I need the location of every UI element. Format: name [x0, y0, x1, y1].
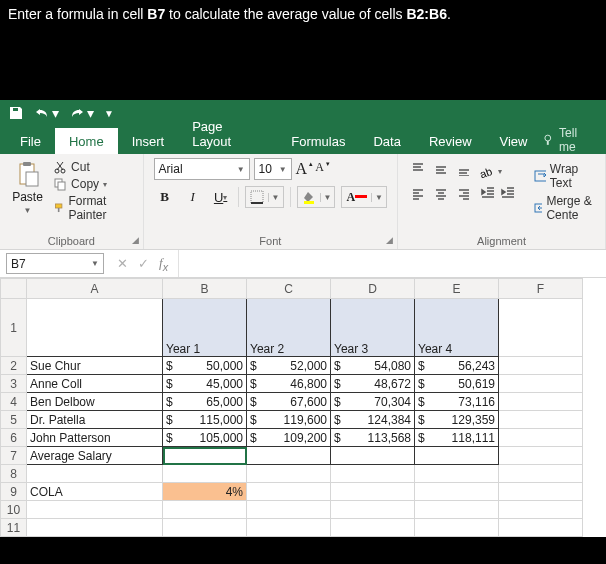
cell[interactable] [499, 299, 583, 357]
cell[interactable] [331, 501, 415, 519]
cell[interactable]: COLA [27, 483, 163, 501]
row-header[interactable]: 2 [1, 357, 27, 375]
row-header[interactable]: 9 [1, 483, 27, 501]
decrease-indent-button[interactable] [480, 185, 496, 199]
cell[interactable] [415, 483, 499, 501]
name-box[interactable]: B7▼ [6, 253, 104, 274]
cell[interactable] [499, 483, 583, 501]
shrink-font-button[interactable]: A [315, 160, 324, 178]
bold-button[interactable]: B [154, 186, 176, 208]
cell[interactable] [499, 447, 583, 465]
borders-button[interactable]: ▼ [245, 186, 284, 208]
col-header-c[interactable]: C [247, 279, 331, 299]
cell[interactable] [27, 519, 163, 537]
tab-data[interactable]: Data [359, 128, 414, 154]
enter-formula-icon[interactable]: ✓ [138, 256, 149, 271]
cell[interactable]: $48,672 [331, 375, 415, 393]
cell[interactable]: $54,080 [331, 357, 415, 375]
row-header[interactable]: 8 [1, 465, 27, 483]
col-header-d[interactable]: D [331, 279, 415, 299]
cell[interactable] [331, 465, 415, 483]
cell[interactable]: $65,000 [163, 393, 247, 411]
cell[interactable] [247, 447, 331, 465]
font-size-select[interactable]: 10▼ [254, 158, 292, 180]
cell[interactable] [247, 519, 331, 537]
cell[interactable]: Anne Coll [27, 375, 163, 393]
col-header-b[interactable]: B [163, 279, 247, 299]
row-header[interactable]: 7 [1, 447, 27, 465]
align-center-button[interactable] [431, 183, 451, 205]
cell[interactable]: Year 2 [247, 299, 331, 357]
grow-font-button[interactable]: A [296, 160, 308, 178]
align-middle-button[interactable] [431, 158, 451, 180]
cell[interactable]: 4% [163, 483, 247, 501]
cell[interactable]: $70,304 [331, 393, 415, 411]
cell[interactable] [27, 299, 163, 357]
cell[interactable]: Sue Chur [27, 357, 163, 375]
cell[interactable]: $118,111 [415, 429, 499, 447]
wrap-text-button[interactable]: Wrap Text [534, 162, 595, 190]
row-header[interactable]: 6 [1, 429, 27, 447]
cell[interactable]: $45,000 [163, 375, 247, 393]
cut-button[interactable]: Cut [53, 160, 133, 174]
italic-button[interactable]: I [182, 186, 204, 208]
tab-formulas[interactable]: Formulas [277, 128, 359, 154]
format-painter-button[interactable]: Format Painter [53, 194, 133, 222]
cell[interactable]: $124,384 [331, 411, 415, 429]
cell[interactable]: $50,619 [415, 375, 499, 393]
tab-insert[interactable]: Insert [118, 128, 179, 154]
tab-home[interactable]: Home [55, 128, 118, 154]
cell[interactable] [415, 501, 499, 519]
cell[interactable] [499, 519, 583, 537]
qat-customize[interactable]: ▼ [104, 108, 114, 119]
paste-button[interactable]: Paste ▼ [10, 158, 45, 217]
tab-file[interactable]: File [6, 128, 55, 154]
merge-center-button[interactable]: Merge & Cente [534, 194, 595, 222]
cell[interactable] [247, 483, 331, 501]
cell[interactable]: $105,000 [163, 429, 247, 447]
col-header-a[interactable]: A [27, 279, 163, 299]
cell[interactable] [163, 519, 247, 537]
col-header-f[interactable]: F [499, 279, 583, 299]
cell[interactable]: Average Salary [27, 447, 163, 465]
save-button[interactable] [8, 105, 24, 121]
cell[interactable] [415, 447, 499, 465]
cell[interactable] [247, 465, 331, 483]
fill-color-button[interactable]: ▼ [297, 186, 336, 208]
row-header[interactable]: 4 [1, 393, 27, 411]
fx-icon[interactable]: fx [159, 255, 168, 273]
cell[interactable]: Year 4 [415, 299, 499, 357]
cell[interactable] [499, 375, 583, 393]
cell[interactable]: $56,243 [415, 357, 499, 375]
cell[interactable] [499, 429, 583, 447]
align-top-button[interactable] [408, 158, 428, 180]
cell[interactable] [331, 519, 415, 537]
cell[interactable] [331, 447, 415, 465]
align-bottom-button[interactable] [454, 158, 474, 180]
select-all-corner[interactable] [1, 279, 27, 299]
cell[interactable]: Year 3 [331, 299, 415, 357]
cell[interactable]: Year 1 [163, 299, 247, 357]
cell[interactable]: $50,000 [163, 357, 247, 375]
align-left-button[interactable] [408, 183, 428, 205]
cell[interactable]: $67,600 [247, 393, 331, 411]
row-header[interactable]: 10 [1, 501, 27, 519]
font-color-button[interactable]: A ▼ [341, 186, 387, 208]
cell[interactable] [499, 393, 583, 411]
font-name-select[interactable]: Arial▼ [154, 158, 250, 180]
cell[interactable]: Ben Delbow [27, 393, 163, 411]
cell[interactable] [331, 483, 415, 501]
cell[interactable]: $129,359 [415, 411, 499, 429]
undo-button[interactable]: ▾ [34, 105, 59, 121]
cell[interactable]: Dr. Patella [27, 411, 163, 429]
tell-me-search[interactable]: Tell me [541, 126, 600, 154]
cell[interactable] [27, 501, 163, 519]
cell[interactable]: $46,800 [247, 375, 331, 393]
cell[interactable]: $109,200 [247, 429, 331, 447]
cell[interactable] [27, 465, 163, 483]
cell[interactable]: $119,600 [247, 411, 331, 429]
cell[interactable] [499, 411, 583, 429]
cell[interactable] [163, 465, 247, 483]
font-launcher-icon[interactable]: ◢ [386, 235, 393, 245]
align-right-button[interactable] [454, 183, 474, 205]
